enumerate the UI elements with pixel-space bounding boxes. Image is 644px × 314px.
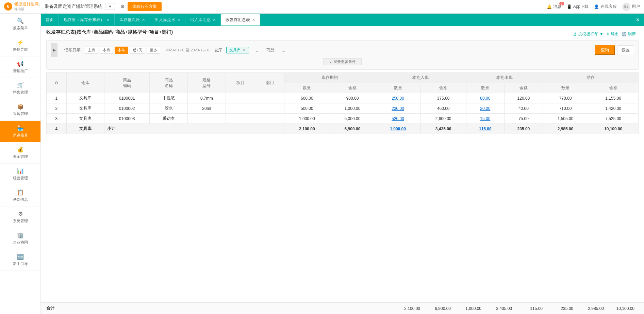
- sidebar-item-inventory[interactable]: 🏪 库存核算: [0, 121, 40, 142]
- footer-out-amt: 235.00: [547, 306, 577, 311]
- query-btn[interactable]: 查询: [595, 45, 615, 55]
- sidebar-label-business: 经营管理: [13, 176, 28, 181]
- th-code: 商品编码: [104, 73, 150, 93]
- cell-in-amt: 375.00: [420, 93, 466, 103]
- sidebar-item-enterprise[interactable]: 🏢 企业协同: [0, 228, 40, 249]
- tab-receive-summary-close[interactable]: ✕: [252, 18, 255, 22]
- cell-spec: 20ml: [187, 103, 226, 114]
- subtotal-open-qty: 2,100.00: [284, 124, 330, 134]
- warehouse-tag-close[interactable]: ✕: [243, 48, 246, 52]
- table-row: 2 文具库 0100002 胶水 20ml 500.00 1,000.00 23…: [47, 103, 639, 114]
- cell-in-qty[interactable]: 520.00: [375, 114, 421, 124]
- enterprise-icon: 🏢: [17, 232, 24, 238]
- cell-in-qty[interactable]: 230.00: [375, 103, 421, 114]
- sidebar-item-finance[interactable]: 💰 资金管理: [0, 142, 40, 164]
- sys-dropdown-btn[interactable]: ▼: [105, 3, 115, 10]
- cell-out-qty[interactable]: 80.00: [466, 93, 505, 103]
- cell-dept: [255, 93, 284, 103]
- footer-label: 合计: [46, 305, 67, 311]
- date-btn-this-month[interactable]: 本月: [100, 47, 113, 54]
- marketing-icon: 📢: [17, 61, 24, 67]
- tab-batch[interactable]: 库存批次账 ✕: [115, 14, 150, 26]
- messages-btn[interactable]: 🔔 消息 6: [547, 4, 561, 10]
- cell-in-qty[interactable]: 250.00: [375, 93, 421, 103]
- subtotal-bal-qty: 2,985.00: [543, 124, 588, 134]
- date-btn-this-year[interactable]: 本年: [115, 47, 128, 54]
- subtotal-in-qty[interactable]: 1,000.00: [375, 124, 421, 134]
- app-download-btn[interactable]: 📱 App下载: [567, 4, 589, 10]
- tab-inventory-dist[interactable]: 现存量（库存分布表） ✕: [59, 14, 115, 26]
- page-actions: 🖨 按模板打印 ▼ ⬆ 导出 🔄 刷新: [573, 31, 636, 37]
- th-out-amt: 金额: [505, 83, 543, 93]
- sidebar-item-search[interactable]: 🔍 搜索菜单: [0, 14, 40, 35]
- cell-name: 采访本: [150, 114, 187, 124]
- tab-receive-summary[interactable]: 收发存汇总表 ✕: [221, 14, 260, 26]
- filter-actions: 查询 设置: [595, 45, 634, 55]
- subtotal-label: 小计: [104, 124, 284, 134]
- cell-open-qty: 1,000.00: [284, 114, 330, 124]
- cell-bal-amt: 7,525.00: [588, 114, 639, 124]
- gear-icon[interactable]: ⚙: [120, 4, 125, 9]
- sidebar-item-business[interactable]: 📊 经营管理: [0, 164, 40, 185]
- online-service-btn[interactable]: 👤 在线客服: [594, 4, 617, 10]
- tab-inout-summary-close[interactable]: ✕: [213, 18, 216, 22]
- th-group-in: 本期入库: [375, 73, 466, 83]
- export-btn[interactable]: ⬆ 导出: [606, 31, 619, 37]
- cell-out-qty[interactable]: 15.00: [466, 114, 505, 124]
- tab-inout-flow-close[interactable]: ✕: [177, 18, 180, 22]
- refresh-icon: 🔄: [622, 32, 627, 36]
- sidebar-label-sales: 销售管理: [13, 90, 28, 95]
- sidebar-item-quick[interactable]: ⚡ 快捷导航: [0, 35, 40, 56]
- th-bal-amt: 金额: [588, 83, 639, 93]
- settings-btn[interactable]: 设置: [617, 45, 634, 55]
- filter-bar: ▶ 记账日期 上月 本月 本年 近7天 更多 2023-01-01 至 2023…: [46, 40, 639, 70]
- date-btn-7days[interactable]: 近7天: [130, 47, 145, 54]
- sidebar-item-sales[interactable]: 🛒 销售管理: [0, 78, 40, 99]
- tab-inout-flow[interactable]: 出入库流水 ✕: [150, 14, 185, 26]
- th-group-bal: 结存: [543, 73, 638, 83]
- tab-inout-summary[interactable]: 出入库汇总 ✕: [185, 14, 221, 26]
- cell-out-amt: 120.00: [505, 93, 543, 103]
- goods-ellipsis[interactable]: ...: [279, 47, 288, 53]
- expand-btn[interactable]: ∨ 展开更多条件: [323, 58, 361, 65]
- sidebar-item-basic[interactable]: 📋 基础信息: [0, 185, 40, 206]
- filter-arrow-btn[interactable]: ▶: [51, 43, 57, 57]
- subtotal-row: 4 文具库 小计 2,100.00 6,900.00 1,000.00 3,43…: [47, 124, 639, 134]
- refresh-btn[interactable]: 🔄 刷新: [622, 31, 636, 37]
- warehouse-ellipsis[interactable]: ...: [253, 47, 263, 53]
- sidebar-label-guide: 新手引导: [13, 261, 28, 266]
- subtotal-out-qty[interactable]: 115.00: [466, 124, 505, 134]
- cell-idx: 2: [47, 103, 67, 114]
- top-bar-left: 6 畅捷通好生意 标准版 装备及固定资产辅助管理系统 ▼ ⚙ 体验行业方案: [4, 2, 162, 11]
- cell-out-amt: 75.00: [505, 114, 543, 124]
- sidebar-label-finance: 资金管理: [13, 154, 28, 159]
- page-header-row: 收发存汇总表(按仓库+商品编码+商品+规格型号+项目+部门) 🖨 按模板打印 ▼…: [41, 26, 644, 40]
- th-name: 商品名称: [150, 73, 187, 93]
- sys-name: 装备及固定资产辅助管理系统: [45, 3, 102, 10]
- sidebar-label-quick: 快捷导航: [13, 47, 28, 52]
- date-btns: 上月 本月 本年 近7天 更多: [85, 47, 160, 54]
- sidebar-item-purchase[interactable]: 📦 采购管理: [0, 99, 40, 121]
- page-title: 收发存汇总表(按仓库+商品编码+商品+规格型号+项目+部门): [46, 29, 173, 35]
- cell-out-qty[interactable]: 20.00: [466, 103, 505, 114]
- tab-inventory-dist-close[interactable]: ✕: [106, 18, 110, 22]
- cell-name: 中性笔: [150, 93, 187, 103]
- date-btn-more[interactable]: 更多: [147, 47, 160, 54]
- print-btn[interactable]: 🖨 按模板打印 ▼: [573, 31, 604, 37]
- tab-batch-close[interactable]: ✕: [142, 18, 145, 22]
- sidebar-item-marketing[interactable]: 📢 营销推广: [0, 56, 40, 78]
- tab-close-all[interactable]: ✕: [632, 14, 644, 25]
- logo-area: 6 畅捷通好生意 标准版: [4, 2, 39, 11]
- trial-btn[interactable]: 体验行业方案: [128, 2, 162, 11]
- date-btn-last-month[interactable]: 上月: [85, 47, 98, 54]
- th-out-qty: 数量: [466, 83, 505, 93]
- footer-open-amt: 6,900.00: [424, 306, 455, 311]
- user-btn[interactable]: Ea 用户: [622, 3, 640, 11]
- footer-bal-qty: 2,985.00: [577, 306, 608, 311]
- sidebar-item-guide[interactable]: 🆕 新手引导: [0, 249, 40, 271]
- sidebar-item-system[interactable]: ⚙ 系统管理: [0, 206, 40, 228]
- tab-home[interactable]: 首页: [41, 14, 59, 26]
- th-settings[interactable]: ⚙: [47, 73, 67, 93]
- subtotal-bal-amt: 10,100.00: [588, 124, 639, 134]
- logo-sub: 标准版: [14, 7, 39, 12]
